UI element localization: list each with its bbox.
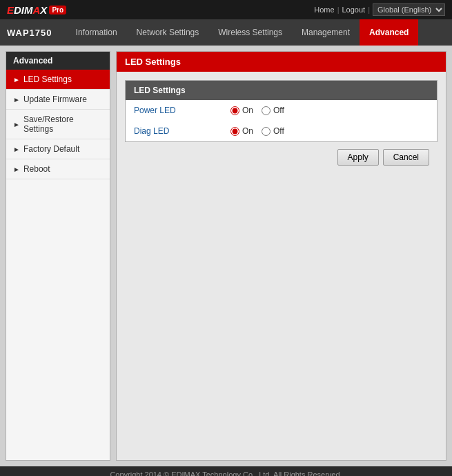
- main-wrapper: Advanced ► LED Settings ► Update Firmwar…: [0, 46, 452, 466]
- nav-bar: WAP1750 Information Network Settings Wir…: [0, 19, 452, 46]
- apply-button[interactable]: Apply: [337, 149, 379, 166]
- sidebar-label-save-restore: Save/Restore Settings: [23, 115, 103, 134]
- power-led-label: Power LED: [134, 106, 230, 115]
- tab-information[interactable]: Information: [66, 19, 127, 46]
- device-name: WAP1750: [7, 28, 52, 38]
- content-inner: LED Settings Power LED On: [117, 72, 446, 181]
- power-led-on-label: On: [242, 106, 253, 115]
- logo-pro-badge: Pro: [49, 6, 66, 14]
- sidebar-label-factory-default: Factory Default: [23, 144, 79, 154]
- tab-advanced[interactable]: Advanced: [360, 19, 418, 46]
- sidebar-item-led-settings[interactable]: ► LED Settings: [6, 70, 110, 90]
- logout-link[interactable]: Logout: [342, 6, 365, 14]
- table-row: Power LED On Off: [126, 100, 438, 121]
- nav-tabs: Information Network Settings Wireless Se…: [66, 19, 419, 46]
- language-select[interactable]: Global (English): [373, 3, 445, 16]
- separator1: |: [337, 6, 340, 14]
- power-led-on-radio[interactable]: [230, 106, 239, 115]
- arrow-icon: ►: [13, 166, 20, 173]
- diag-led-row: Diag LED On Off: [126, 121, 437, 141]
- sidebar-title: Advanced: [6, 52, 110, 70]
- diag-led-off-radio[interactable]: [262, 127, 271, 136]
- diag-led-off-option[interactable]: Off: [262, 126, 284, 136]
- diag-led-on-radio[interactable]: [230, 127, 239, 136]
- power-led-off-radio[interactable]: [262, 106, 271, 115]
- arrow-icon: ►: [13, 96, 20, 103]
- logo-text: EDIMAX: [7, 4, 47, 16]
- sidebar-label-update-firmware: Update Firmware: [23, 95, 87, 104]
- sidebar-item-factory-default[interactable]: ► Factory Default: [6, 139, 110, 159]
- power-led-off-option[interactable]: Off: [262, 106, 284, 115]
- power-led-off-label: Off: [273, 106, 284, 115]
- footer-text: Copyright 2014 © EDIMAX Technology Co., …: [110, 470, 342, 476]
- arrow-icon: ►: [13, 146, 20, 153]
- sidebar-item-reboot[interactable]: ► Reboot: [6, 159, 110, 179]
- separator2: |: [368, 6, 370, 14]
- power-led-row: Power LED On Off: [126, 100, 437, 121]
- tab-wireless-settings[interactable]: Wireless Settings: [208, 19, 292, 46]
- cancel-button[interactable]: Cancel: [383, 149, 429, 166]
- power-led-radio-group: On Off: [230, 106, 284, 115]
- home-link[interactable]: Home: [314, 6, 334, 14]
- logo: EDIMAX Pro: [7, 4, 66, 16]
- diag-led-radio-group: On Off: [230, 126, 284, 136]
- tab-management[interactable]: Management: [292, 19, 360, 46]
- diag-led-off-label: Off: [273, 126, 284, 136]
- arrow-icon: ►: [13, 76, 20, 83]
- tab-network-settings[interactable]: Network Settings: [127, 19, 209, 46]
- button-row: Apply Cancel: [125, 142, 438, 172]
- content-header: LED Settings: [117, 52, 446, 72]
- sidebar-item-save-restore[interactable]: ► Save/Restore Settings: [6, 110, 110, 139]
- power-led-on-option[interactable]: On: [230, 106, 253, 115]
- diag-led-on-option[interactable]: On: [230, 126, 253, 136]
- content-area: LED Settings LED Settings Power LED: [116, 51, 446, 461]
- footer: Copyright 2014 © EDIMAX Technology Co., …: [0, 466, 452, 476]
- diag-led-on-label: On: [242, 126, 253, 136]
- sidebar-label-reboot: Reboot: [23, 164, 50, 174]
- settings-table-header: LED Settings: [126, 81, 438, 101]
- table-row: Diag LED On Off: [126, 121, 438, 142]
- led-settings-table: LED Settings Power LED On: [125, 80, 438, 142]
- top-links: Home | Logout | Global (English): [314, 3, 445, 16]
- top-bar: EDIMAX Pro Home | Logout | Global (Engli…: [0, 0, 452, 19]
- diag-led-label: Diag LED: [134, 126, 230, 136]
- arrow-icon: ►: [13, 121, 20, 128]
- sidebar: Advanced ► LED Settings ► Update Firmwar…: [6, 51, 110, 461]
- sidebar-item-update-firmware[interactable]: ► Update Firmware: [6, 90, 110, 110]
- sidebar-label-led-settings: LED Settings: [23, 75, 72, 84]
